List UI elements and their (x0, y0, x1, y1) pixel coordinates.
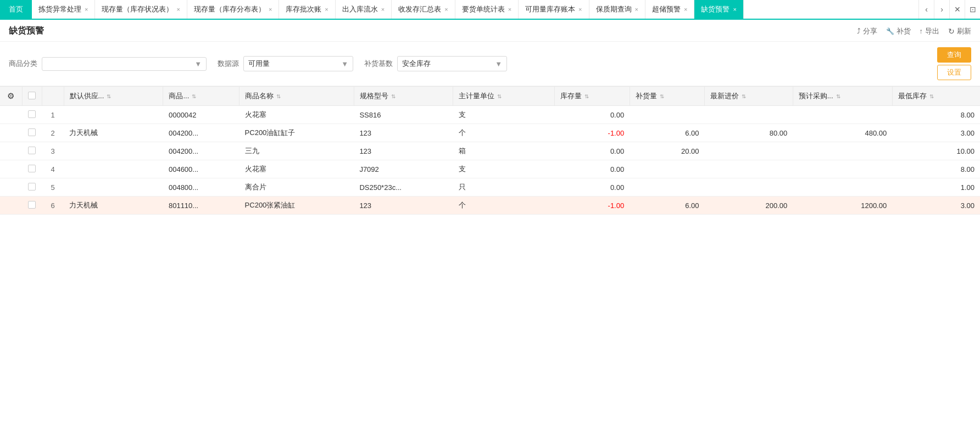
tab-item-overstock[interactable]: 超储预警× (645, 0, 694, 19)
tab-close-shortage[interactable]: × (733, 6, 736, 13)
row-checkbox[interactable] (28, 147, 36, 154)
data-table: ⚙ 默认供应...⇅ 商品...⇅ 商品名称⇅ 规格型号⇅ 主计量单位⇅ 库存量… (0, 86, 980, 215)
settings-button[interactable]: 设置 (937, 65, 971, 80)
filter-replenish-base-select[interactable]: 安全库存 ▼ (397, 56, 507, 71)
row-unit: 只 (453, 178, 555, 197)
row-checkbox[interactable] (28, 165, 36, 172)
tab-label-recv-total: 收发存汇总表 (398, 4, 441, 14)
tab-item-in-out-flow[interactable]: 出入库流水× (336, 0, 392, 19)
tab-close-overstock[interactable]: × (684, 6, 687, 13)
filter-category-select[interactable]: ▼ (42, 57, 207, 71)
row-checkbox-cell[interactable] (22, 106, 42, 124)
query-button[interactable]: 查询 (937, 47, 971, 63)
row-latest-price (705, 178, 793, 197)
sort-icon-spec: ⇅ (391, 93, 396, 99)
tab-close-all-btn[interactable]: ✕ (949, 0, 965, 19)
export-action-btn[interactable]: ↑ 导出 (920, 26, 940, 36)
th-spec[interactable]: 规格型号⇅ (354, 87, 453, 106)
row-index: 4 (42, 160, 64, 178)
filter-datasource-value: 可用量 (248, 59, 270, 69)
tab-item-abnormal[interactable]: 拣货异常处理× (32, 0, 95, 19)
row-supplier (64, 178, 163, 197)
row-est-purchase (793, 160, 892, 178)
tab-next-btn[interactable]: › (934, 0, 949, 19)
tab-restore-btn[interactable]: ⊡ (965, 0, 980, 19)
row-replenish-qty (630, 106, 704, 124)
export-icon: ↑ (920, 27, 923, 35)
row-unit: 个 (453, 197, 555, 215)
sort-icon-replenish: ⇅ (660, 93, 664, 99)
th-stock-qty[interactable]: 库存量⇅ (555, 87, 630, 106)
row-checkbox-cell[interactable] (22, 178, 42, 197)
tab-item-req-stat[interactable]: 要货单统计表× (455, 0, 519, 19)
row-est-purchase (793, 142, 892, 160)
filter-replenish-base-value: 安全库存 (402, 59, 431, 69)
filter-datasource-select[interactable]: 可用量 ▼ (243, 56, 353, 71)
th-replenish-qty[interactable]: 补货量⇅ (630, 87, 704, 106)
th-min-stock[interactable]: 最低库存⇅ (892, 87, 980, 106)
tab-close-in-out-flow[interactable]: × (381, 6, 385, 13)
page-content: 缺货预警 ⤴ 分享 🔧 补货 ↑ 导出 ↻ 刷新 商品分类 (0, 20, 980, 437)
row-checkbox-cell[interactable] (22, 124, 42, 142)
row-stock-qty: 0.00 (555, 178, 630, 197)
tab-item-recv-total[interactable]: 收发存汇总表× (392, 0, 455, 19)
replenish-action-btn[interactable]: 🔧 补货 (886, 26, 911, 36)
tab-home[interactable]: 首页 (0, 0, 32, 19)
row-checkbox[interactable] (28, 183, 36, 191)
th-product-code[interactable]: 商品...⇅ (163, 87, 240, 106)
tab-close-req-stat[interactable]: × (508, 6, 511, 13)
th-default-supplier[interactable]: 默认供应...⇅ (64, 87, 163, 106)
th-est-purchase[interactable]: 预计采购...⇅ (793, 87, 892, 106)
row-latest-price (705, 142, 793, 160)
row-checkbox[interactable] (28, 201, 36, 209)
sort-icon-stock: ⇅ (584, 93, 589, 99)
tab-item-avail-ledger[interactable]: 可用量库存账本× (519, 0, 589, 19)
th-product-name[interactable]: 商品名称⇅ (240, 87, 354, 106)
th-checkbox[interactable] (22, 87, 42, 106)
refresh-action-btn[interactable]: ↻ 刷新 (948, 26, 971, 36)
row-checkbox-cell[interactable] (22, 160, 42, 178)
tab-item-shortage[interactable]: 缺货预警× (694, 0, 743, 19)
filter-datasource-label: 数据源 (218, 59, 239, 69)
tab-close-stock-dist[interactable]: × (269, 6, 272, 13)
tab-item-expiry-query[interactable]: 保质期查询× (589, 0, 645, 19)
row-est-purchase (793, 178, 892, 197)
row-supplier (64, 160, 163, 178)
row-supplier: 力天机械 (64, 197, 163, 215)
tab-close-batch-account[interactable]: × (325, 6, 328, 13)
filter-replenish-base-label: 补货基数 (364, 59, 393, 69)
row-checkbox-cell[interactable] (22, 197, 42, 215)
tab-prev-btn[interactable]: ‹ (918, 0, 934, 19)
tab-label-batch-account: 库存批次账 (286, 4, 321, 14)
row-checkbox[interactable] (28, 110, 36, 118)
tab-close-avail-ledger[interactable]: × (578, 6, 582, 13)
tab-close-stock-status[interactable]: × (176, 6, 180, 13)
tab-label-req-stat: 要货单统计表 (462, 4, 505, 14)
row-product-code: 0000042 (163, 106, 240, 124)
th-latest-price[interactable]: 最新进价⇅ (705, 87, 793, 106)
row-product-name: PC200油缸缸子 (240, 124, 354, 142)
share-icon: ⤴ (857, 27, 861, 35)
tab-close-abnormal[interactable]: × (85, 6, 88, 13)
replenish-label: 补货 (897, 26, 911, 36)
tab-close-expiry-query[interactable]: × (635, 6, 638, 13)
row-latest-price: 80.00 (705, 124, 793, 142)
row-checkbox[interactable] (28, 128, 36, 136)
header-checkbox[interactable] (28, 92, 36, 99)
th-unit[interactable]: 主计量单位⇅ (453, 87, 555, 106)
filter-bar: 商品分类 ▼ 数据源 可用量 ▼ 补货基数 安全库存 ▼ 查询 设置 (0, 42, 980, 86)
share-action-btn[interactable]: ⤴ 分享 (857, 26, 877, 36)
chevron-down-icon: ▼ (194, 60, 202, 68)
row-spec: J7092 (354, 160, 453, 178)
row-index: 5 (42, 178, 64, 197)
tab-item-stock-dist[interactable]: 现存量（库存分布表）× (187, 0, 279, 19)
row-replenish-qty (630, 178, 704, 197)
row-min-stock: 10.00 (892, 142, 980, 160)
tab-item-batch-account[interactable]: 库存批次账× (279, 0, 335, 19)
tab-close-recv-total[interactable]: × (444, 6, 448, 13)
th-settings[interactable]: ⚙ (0, 87, 22, 106)
tab-label-overstock: 超储预警 (652, 4, 681, 14)
row-unit: 个 (453, 124, 555, 142)
row-checkbox-cell[interactable] (22, 142, 42, 160)
tab-item-stock-status[interactable]: 现存量（库存状况表）× (95, 0, 187, 19)
